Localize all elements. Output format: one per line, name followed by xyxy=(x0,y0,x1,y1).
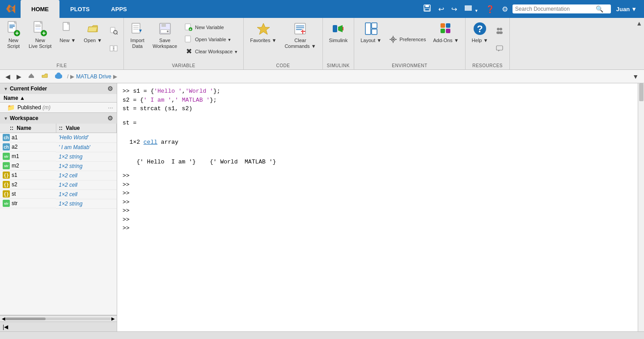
import-data-button[interactable]: ImportData xyxy=(127,20,148,51)
folder-item-menu[interactable]: ··· xyxy=(108,104,113,111)
cmd-line-output-1: st = xyxy=(123,119,632,128)
svg-point-71 xyxy=(500,28,502,30)
tab-plots[interactable]: PLOTS xyxy=(59,0,100,18)
svg-rect-74 xyxy=(496,46,503,50)
request-support-btn[interactable] xyxy=(492,43,507,54)
var-name-label: s1 xyxy=(12,172,17,178)
cell-link[interactable]: cell xyxy=(144,139,157,146)
forward-btn[interactable]: ▶ xyxy=(15,72,23,81)
var-type-icon: str xyxy=(3,162,10,169)
environment-group-label: ENVIRONMENT xyxy=(357,62,462,69)
redo-btn[interactable]: ↪ xyxy=(449,3,460,15)
table-row[interactable]: strstr1×2 string xyxy=(0,199,117,208)
search-input[interactable] xyxy=(515,6,596,12)
workspace-gear[interactable]: ⚙ xyxy=(107,115,113,122)
var-name-cell: strstr xyxy=(0,199,56,208)
sidebar: ▼ Current Folder ⚙ Name ▲ 📁 Published (m… xyxy=(0,83,117,331)
ribbon-group-file: + NewScript xyxy=(0,18,124,69)
tab-apps[interactable]: APPS xyxy=(100,0,137,18)
table-row[interactable]: {}s21×2 cell xyxy=(0,180,117,189)
save-workspace-icon xyxy=(158,21,172,36)
up-btn[interactable] xyxy=(26,71,37,82)
open-dropdown-arrow: ▼ xyxy=(96,38,102,43)
breadcrumb-matlab-drive[interactable]: MATLAB Drive xyxy=(76,73,111,80)
table-row[interactable]: strm21×2 string xyxy=(0,161,117,171)
cmd-prompt-6: >> xyxy=(123,215,632,224)
back-btn[interactable]: ◀ xyxy=(4,72,12,81)
open-variable-btn[interactable]: Open Variable ▼ xyxy=(182,34,241,45)
scroll-right-btn[interactable]: ▶ xyxy=(111,316,115,321)
ribbon-collapse[interactable]: ▲ xyxy=(634,18,644,69)
favorites-button[interactable]: Favorites ▼ xyxy=(246,20,280,45)
preferences-btn[interactable]: Preferences xyxy=(386,34,428,45)
search-box: 🔍 xyxy=(513,4,611,13)
toolbar-options-btn[interactable]: ▼ xyxy=(462,2,481,16)
add-ons-button[interactable]: Add-Ons ▼ xyxy=(429,20,462,45)
new-script-button[interactable]: + NewScript xyxy=(3,20,24,51)
cloud-btn[interactable] xyxy=(53,72,64,81)
col-name-header[interactable]: :: Name xyxy=(0,124,56,133)
community-icon xyxy=(495,26,504,35)
current-folder-header[interactable]: ▼ Current Folder ⚙ xyxy=(0,83,117,94)
current-folder-gear[interactable]: ⚙ xyxy=(107,85,113,92)
breadcrumb-sep2: ▶ xyxy=(70,73,74,80)
layout-button[interactable]: Layout ▼ xyxy=(357,20,385,45)
save-workspace-button[interactable]: SaveWorkspace xyxy=(149,20,181,51)
sidebar-nav-left[interactable]: |◀ xyxy=(3,324,8,330)
command-window[interactable]: >> s1 = {'Hello ','World '}; s2 = {' I a… xyxy=(117,83,638,331)
open-button[interactable]: Open ▼ xyxy=(80,20,106,45)
new-live-script-button[interactable]: + NewLive Script xyxy=(25,20,55,51)
simulink-icon xyxy=(331,21,345,36)
sidebar-hscrollbar[interactable]: ◀ ▶ xyxy=(0,315,117,322)
svg-text:+: + xyxy=(42,30,46,37)
clear-commands-button[interactable]: ClearCommands ▼ xyxy=(281,20,319,51)
published-folder-item[interactable]: 📁 Published (m) ··· xyxy=(0,103,117,112)
new-button[interactable]: New ▼ xyxy=(56,20,79,45)
addr-dropdown-btn[interactable]: ▼ xyxy=(631,72,640,81)
help-dropdown: ▼ xyxy=(482,38,488,43)
table-row[interactable]: {}st1×2 cell xyxy=(0,189,117,199)
table-row[interactable]: cha2' I am Matlab' xyxy=(0,142,117,152)
collapse-ribbon-btn[interactable]: ▲ xyxy=(636,20,642,27)
table-row[interactable]: strm11×2 string xyxy=(0,152,117,161)
settings-btn[interactable]: ⚙ xyxy=(499,3,511,15)
user-menu[interactable]: Juan ▼ xyxy=(613,4,640,14)
ribbon-group-environment: Layout ▼ xyxy=(354,18,466,69)
table-row[interactable]: cha1'Hello World' xyxy=(0,133,117,143)
current-folder-section: ▼ Current Folder ⚙ Name ▲ 📁 Published (m… xyxy=(0,83,117,113)
community-btn[interactable] xyxy=(492,25,507,36)
table-row[interactable]: {}s11×2 cell xyxy=(0,171,117,180)
var-type-icon: str xyxy=(3,200,10,207)
workspace-table: :: Name :: Value cha1'Hello World'cha2' … xyxy=(0,124,117,209)
svg-rect-57 xyxy=(372,29,377,34)
clear-workspace-btn[interactable]: ✖ Clear Workspace ▼ xyxy=(182,46,241,57)
workspace-header[interactable]: ▼ Workspace ⚙ xyxy=(0,113,117,124)
clear-workspace-icon: ✖ xyxy=(184,47,193,56)
preferences-icon xyxy=(389,35,398,44)
new-variable-btn[interactable]: + New Variable xyxy=(182,22,241,33)
help-button[interactable]: ? Help ▼ xyxy=(468,20,492,45)
help-topbar-btn[interactable]: ❓ xyxy=(483,3,497,15)
svg-rect-56 xyxy=(372,23,377,28)
undo-btn[interactable]: ↩ xyxy=(436,3,447,15)
cmdwin-scrollbar[interactable] xyxy=(638,83,644,331)
matlab-logo xyxy=(4,2,18,16)
var-type-icon: ch xyxy=(3,134,10,141)
tab-home[interactable]: HOME xyxy=(21,0,59,18)
workspace-section: ▼ Workspace ⚙ :: Name :: Va xyxy=(0,113,117,315)
topbar: HOME PLOTS APPS ↩ ↪ ▼ ❓ ⚙ 🔍 Juan ▼ xyxy=(0,0,644,18)
new-script-label: NewScript xyxy=(7,38,20,49)
find-files-btn[interactable] xyxy=(106,25,121,36)
save-toolbar-btn[interactable] xyxy=(420,2,434,16)
scroll-left-btn[interactable]: ◀ xyxy=(2,316,5,321)
svg-point-40 xyxy=(167,30,169,32)
import-data-label: ImportData xyxy=(131,38,144,49)
col-value-header[interactable]: :: Value xyxy=(56,124,116,133)
compare-btn[interactable] xyxy=(106,43,121,54)
simulink-label: Simulink xyxy=(329,38,348,43)
save-workspace-label: SaveWorkspace xyxy=(153,38,177,49)
cmd-prompt-7: >> xyxy=(123,224,632,233)
published-folder-name: Published (m) xyxy=(17,104,51,111)
browse-btn[interactable] xyxy=(39,71,50,82)
simulink-button[interactable]: Simulink xyxy=(326,20,352,45)
